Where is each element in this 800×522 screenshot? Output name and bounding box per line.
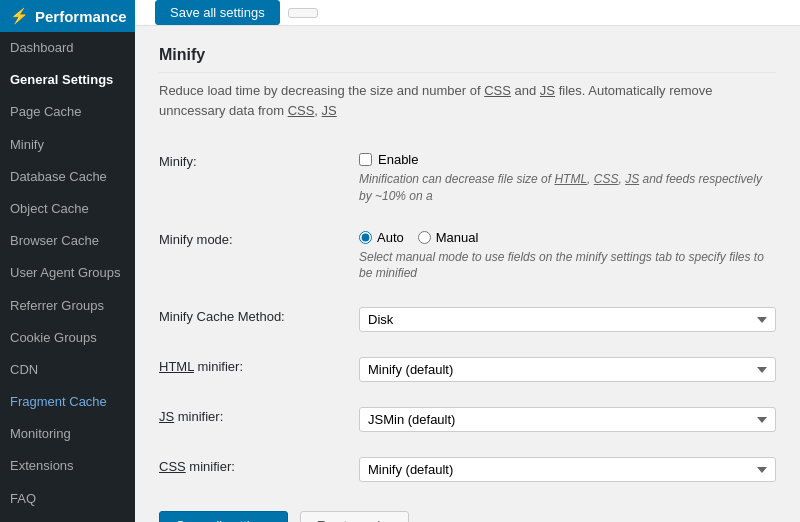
auto-label: Auto <box>377 230 404 245</box>
main-content: Save all settings Minify Reduce load tim… <box>135 0 800 522</box>
sidebar-item-object-cache[interactable]: Object Cache <box>0 193 135 225</box>
sidebar-title: Performance <box>35 8 127 25</box>
css-minifier-label: CSS minifier: <box>159 457 339 474</box>
sidebar-item-minify[interactable]: Minify <box>0 129 135 161</box>
section-description: Reduce load time by decreasing the size … <box>159 81 776 120</box>
js-ref2: JS <box>322 103 337 118</box>
topbar-empty-button[interactable] <box>288 8 318 18</box>
sidebar: ⚡ Performance DashboardGeneral SettingsP… <box>0 0 135 522</box>
sidebar-item-dashboard[interactable]: Dashboard <box>0 32 135 64</box>
manual-label: Manual <box>436 230 479 245</box>
html-minifier-label: HTML minifier: <box>159 357 339 374</box>
css-minifier-row: CSS minifier: Minify (default) <box>159 445 776 495</box>
auto-option: Auto <box>359 230 404 245</box>
css-minifier-select[interactable]: Minify (default) <box>359 457 776 482</box>
sidebar-item-monitoring[interactable]: Monitoring <box>0 418 135 450</box>
js-minifier-row: JS minifier: JSMin (default) <box>159 395 776 445</box>
sidebar-item-browser-cache[interactable]: Browser Cache <box>0 225 135 257</box>
manual-radio[interactable] <box>418 231 431 244</box>
sidebar-item-support[interactable]: Support <box>0 515 135 522</box>
auto-radio[interactable] <box>359 231 372 244</box>
minify-mode-row: Minify mode: Auto Manual Select manual m… <box>159 218 776 296</box>
sidebar-item-page-cache[interactable]: Page Cache <box>0 96 135 128</box>
html-minifier-row: HTML minifier: Minify (default) <box>159 345 776 395</box>
sidebar-item-general-settings[interactable]: General Settings <box>0 64 135 96</box>
cache-method-control: Disk <box>359 307 776 332</box>
minify-control: Enable Minification can decrease file si… <box>359 152 776 205</box>
js-minifier-select[interactable]: JSMin (default) <box>359 407 776 432</box>
minify-row: Minify: Enable Minification can decrease… <box>159 140 776 218</box>
js-minifier-label: JS minifier: <box>159 407 339 424</box>
save-all-button[interactable]: Save all settings <box>159 511 288 522</box>
css-ref: CSS <box>484 83 511 98</box>
sidebar-item-user-agent-groups[interactable]: User Agent Groups <box>0 257 135 289</box>
css-ref2: CSS <box>288 103 315 118</box>
minify-mode-label: Minify mode: <box>159 230 339 247</box>
manual-option: Manual <box>418 230 479 245</box>
css-minifier-control: Minify (default) <box>359 457 776 482</box>
minify-checkbox[interactable] <box>359 153 372 166</box>
sidebar-item-database-cache[interactable]: Database Cache <box>0 161 135 193</box>
sidebar-item-faq[interactable]: FAQ <box>0 483 135 515</box>
minify-enable-label: Enable <box>378 152 418 167</box>
js-ref: JS <box>540 83 555 98</box>
section-title: Minify <box>159 46 776 73</box>
sidebar-item-cookie-groups[interactable]: Cookie Groups <box>0 322 135 354</box>
sidebar-nav: DashboardGeneral SettingsPage CacheMinif… <box>0 32 135 522</box>
js-minifier-control: JSMin (default) <box>359 407 776 432</box>
minify-label: Minify: <box>159 152 339 169</box>
cache-method-label: Minify Cache Method: <box>159 307 339 324</box>
minify-mode-hint: Select manual mode to use fields on the … <box>359 249 776 283</box>
minify-mode-control: Auto Manual Select manual mode to use fi… <box>359 230 776 283</box>
html-minifier-control: Minify (default) <box>359 357 776 382</box>
sidebar-item-cdn[interactable]: CDN <box>0 354 135 386</box>
topbar: Save all settings <box>135 0 800 26</box>
sidebar-item-fragment-cache[interactable]: Fragment Cache <box>0 386 135 418</box>
performance-icon: ⚡ <box>10 7 29 25</box>
content-area: Minify Reduce load time by decreasing th… <box>135 26 800 522</box>
sidebar-header[interactable]: ⚡ Performance <box>0 0 135 32</box>
bottom-actions: Save all settings Empty cache <box>159 495 776 522</box>
sidebar-item-referrer-groups[interactable]: Referrer Groups <box>0 290 135 322</box>
cache-method-row: Minify Cache Method: Disk <box>159 295 776 345</box>
empty-cache-button[interactable]: Empty cache <box>300 511 409 522</box>
cache-method-select[interactable]: Disk <box>359 307 776 332</box>
html-minifier-select[interactable]: Minify (default) <box>359 357 776 382</box>
topbar-save-button[interactable]: Save all settings <box>155 0 280 25</box>
sidebar-item-extensions[interactable]: Extensions <box>0 450 135 482</box>
minify-hint: Minification can decrease file size of H… <box>359 171 776 205</box>
